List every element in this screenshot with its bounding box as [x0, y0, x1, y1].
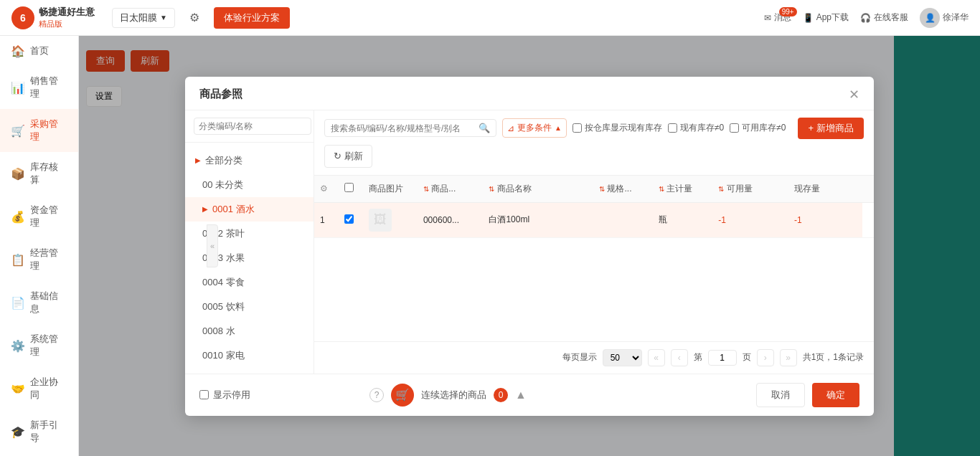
store-dropdown[interactable]: 日太阳膜 ▼ — [112, 8, 175, 28]
main-content: 查询 刷新 设置 商品参照 ✕ — [79, 36, 980, 456]
guide-icon: 🎓 — [11, 425, 24, 438]
product-search-input[interactable] — [331, 123, 474, 133]
page-number-input[interactable] — [708, 350, 737, 366]
sidebar-item-basic-info[interactable]: 📄 基础信息 — [0, 281, 78, 324]
next-page-btn[interactable]: › — [757, 349, 774, 366]
chevron-down-icon: ▼ — [160, 14, 167, 22]
cat-item-fruit[interactable]: 0003 水果 — [185, 246, 314, 270]
th-code[interactable]: ⇅ 商品... — [418, 176, 483, 203]
settings-icon[interactable]: ⚙ — [184, 7, 205, 29]
main-layout: 🏠 首页 📊 销售管理 🛒 采购管理 📦 库存核算 💰 资金管理 📋 经营管理 … — [0, 36, 980, 456]
table-row[interactable]: 1 🖼 — [314, 202, 874, 237]
th-unit[interactable]: ⇅ 主计量 — [653, 176, 712, 203]
checkbox-available-not-zero[interactable]: 可用库存≠0 — [730, 122, 786, 134]
sidebar-label-sales: 销售管理 — [30, 75, 67, 100]
online-service-nav[interactable]: 🎧 在线客服 — [860, 11, 908, 24]
sidebar-item-finance[interactable]: 💰 资金管理 — [0, 195, 78, 238]
collapse-up-btn[interactable]: ▲ — [515, 389, 527, 402]
th-stock: 现存量 — [788, 176, 862, 203]
cart-icon: 🛒 — [391, 384, 414, 407]
search-icon[interactable]: 🔍 — [479, 123, 490, 133]
collapse-category-btn[interactable]: « — [207, 224, 218, 267]
messages-nav[interactable]: ✉ 消息 99+ — [764, 11, 791, 24]
sidebar-item-system[interactable]: ⚙️ 系统管理 — [0, 324, 78, 367]
row-checkbox[interactable] — [344, 214, 354, 224]
th-spec[interactable]: ⇅ 规格... — [593, 176, 653, 203]
refresh-label: 刷新 — [344, 150, 363, 163]
refresh-icon: ↻ — [334, 151, 341, 161]
sidebar-label-purchase: 采购管理 — [30, 118, 67, 143]
nav-right: ✉ 消息 99+ 📱 App下载 🎧 在线客服 👤 徐泽华 — [764, 8, 969, 28]
cat-item-snack[interactable]: 0004 零食 — [185, 270, 314, 295]
sidebar-label-system: 系统管理 — [30, 333, 67, 358]
finance-icon: 💰 — [11, 210, 24, 223]
total-label: 共1页，1条记录 — [803, 351, 864, 364]
sidebar-item-home[interactable]: 🏠 首页 — [0, 36, 78, 66]
sidebar-item-apps[interactable]: 📱 应用中心 — [0, 453, 78, 456]
checkbox-warehouse-input[interactable] — [573, 123, 582, 133]
cat-item-beverage[interactable]: 0005 饮料 — [185, 295, 314, 319]
first-page-btn[interactable]: « — [648, 349, 665, 366]
confirm-button[interactable]: 确定 — [812, 383, 859, 407]
message-icon: ✉ — [764, 13, 771, 23]
cat-item-uncategorized[interactable]: 00 未分类 — [185, 173, 314, 197]
dialog-footer: 显示停用 ? 🛒 连续选择的商品 0 ▲ 取消 确定 — [185, 374, 874, 416]
footer-action-buttons: 取消 确定 — [756, 383, 859, 407]
checkbox-stock-input[interactable] — [668, 123, 677, 133]
th-spec-label: 规格... — [607, 184, 631, 194]
filter-more-btn[interactable]: ⊿ 更多条件 ▲ — [502, 118, 567, 138]
checkbox-warehouse[interactable]: 按仓库显示现有库存 — [573, 122, 662, 134]
product-toolbar: 🔍 ⊿ 更多条件 ▲ 按仓库显示现有库存 — [314, 110, 874, 176]
th-name[interactable]: ⇅ 商品名称 — [483, 176, 593, 203]
cat-item-all[interactable]: ▶ 全部分类 — [185, 148, 314, 173]
trial-btn[interactable]: 体验行业方案 — [214, 7, 290, 29]
continuous-select-label: 连续选择的商品 — [421, 389, 486, 402]
sidebar-item-purchase[interactable]: 🛒 采购管理 — [0, 109, 78, 152]
checkbox-stock-not-zero[interactable]: 现有库存≠0 — [668, 122, 724, 134]
filter-label: 更多条件 — [517, 122, 552, 134]
prev-page-btn[interactable]: ‹ — [671, 349, 688, 366]
dialog-header: 商品参照 ✕ — [185, 77, 874, 110]
cancel-button[interactable]: 取消 — [756, 383, 805, 407]
sidebar-item-inventory[interactable]: 📦 库存核算 — [0, 152, 78, 195]
sidebar-item-sales[interactable]: 📊 销售管理 — [0, 66, 78, 109]
show-disabled-label[interactable]: 显示停用 — [199, 389, 250, 402]
dialog-close-button[interactable]: ✕ — [849, 87, 859, 103]
add-product-btn[interactable]: + 新增商品 — [798, 118, 864, 139]
avatar: 👤 — [920, 8, 940, 28]
refresh-product-btn[interactable]: ↻ 刷新 — [324, 145, 372, 168]
cat-item-water[interactable]: 0008 水 — [185, 319, 314, 343]
sales-icon: 📊 — [11, 81, 24, 94]
page-size-select[interactable]: 50 10 20 100 — [603, 349, 642, 366]
page-label2: 页 — [743, 351, 751, 364]
category-search-input[interactable] — [194, 118, 311, 135]
sidebar-label-basic-info: 基础信息 — [30, 290, 67, 315]
sidebar-item-guide[interactable]: 🎓 新手引导 — [0, 410, 78, 453]
cat-item-label: 全部分类 — [205, 154, 242, 167]
last-page-btn[interactable]: » — [780, 349, 797, 366]
app-download-nav[interactable]: 📱 App下载 — [803, 11, 849, 24]
th-available[interactable]: ⇅ 可用量 — [712, 176, 788, 203]
purchase-icon: 🛒 — [11, 124, 24, 137]
th-image-label: 商品图片 — [369, 184, 403, 194]
th-name-label: 商品名称 — [497, 184, 532, 194]
page-label: 第 — [694, 351, 702, 364]
sidebar-label-cooperation: 企业协同 — [30, 376, 67, 402]
select-all-checkbox[interactable] — [344, 183, 354, 192]
sidebar-item-operations[interactable]: 📋 经营管理 — [0, 238, 78, 281]
inventory-icon: 📦 — [11, 167, 24, 180]
sort-icon: ⇅ — [599, 185, 605, 193]
sidebar-item-cooperation[interactable]: 🤝 企业协同 — [0, 367, 78, 410]
user-nav[interactable]: 👤 徐泽华 — [920, 8, 969, 28]
system-icon: ⚙️ — [11, 339, 24, 352]
show-disabled-checkbox[interactable] — [199, 390, 209, 399]
column-settings-icon[interactable]: ⚙ — [320, 184, 328, 194]
checkbox-stock-label: 现有库存≠0 — [680, 122, 724, 134]
cat-item-tea[interactable]: 0002 茶叶 — [185, 222, 314, 246]
cat-item-liquor[interactable]: ▶ 0001 酒水 — [185, 197, 314, 222]
checkbox-available-input[interactable] — [730, 123, 739, 133]
cat-item-appliance[interactable]: 0010 家电 — [185, 343, 314, 368]
cat-item-label: 0001 酒水 — [212, 203, 255, 216]
help-icon[interactable]: ? — [369, 388, 384, 402]
td-name: 白酒100ml — [483, 202, 593, 237]
